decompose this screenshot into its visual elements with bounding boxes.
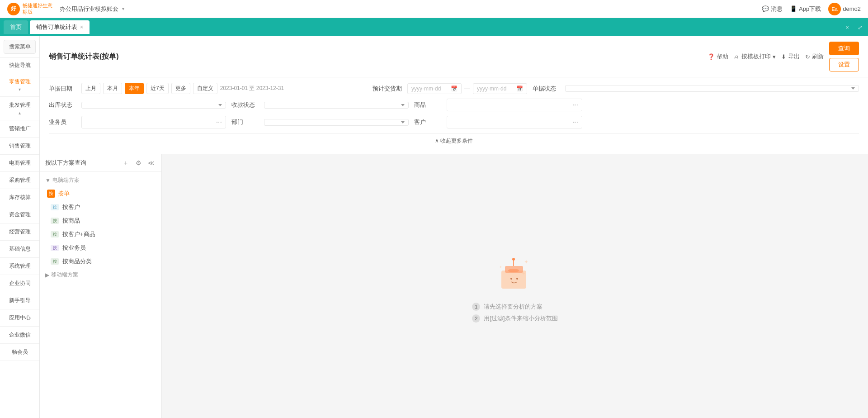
message-icon: 💬 — [762, 5, 769, 12]
scheme-item-by-customer-product[interactable]: 按 按客户+商品 — [40, 228, 161, 241]
tab-home[interactable]: 首页 — [4, 20, 28, 34]
expected-date-end[interactable]: yyyy-mm-dd 📅 — [473, 83, 527, 94]
custom-date-btn[interactable]: 自定义 — [193, 83, 217, 94]
left-panel-title: 按以下方案查询 — [45, 159, 118, 167]
customer-more-icon[interactable]: ··· — [572, 118, 578, 126]
ship-status-label: 出库状态 — [49, 101, 76, 109]
sidebar-item-enterprise[interactable]: 企业协同 — [0, 275, 39, 292]
sidebar-item-guide[interactable]: 新手引导 — [0, 292, 39, 309]
export-icon: ⬇ — [781, 53, 786, 60]
right-content: ✦ ✦ ✦ 1 请先选择要分析的方案 2 用[过滤]条件来缩小分析范围 — [162, 154, 868, 418]
status-select[interactable] — [565, 85, 859, 92]
department-select[interactable] — [264, 119, 409, 126]
sidebar-arrow-retail: ▾ — [19, 87, 21, 92]
sidebar-item-basic[interactable]: 基础信息 — [0, 241, 39, 258]
more-date-btn[interactable]: 更多 — [171, 83, 190, 94]
svg-point-3 — [510, 278, 512, 280]
product-input[interactable]: ··· — [447, 99, 582, 111]
sidebar-item-sales[interactable]: 销售管理 — [0, 138, 39, 155]
message-button[interactable]: 💬 消息 — [762, 5, 783, 13]
empty-hints: 1 请先选择要分析的方案 2 用[过滤]条件来缩小分析范围 — [472, 303, 557, 323]
empty-state: ✦ ✦ ✦ 1 请先选择要分析的方案 2 用[过滤]条件来缩小分析范围 — [162, 154, 868, 418]
collapse-bar[interactable]: ∧ 收起更多条件 — [49, 133, 859, 148]
avatar: Ea — [828, 3, 841, 15]
scheme-icon-by-category: 按 — [51, 258, 59, 265]
app-download-button[interactable]: 📱 App下载 — [790, 5, 821, 13]
salesperson-more-icon[interactable]: ··· — [216, 118, 222, 126]
sidebar-item-operations[interactable]: 经营管理 — [0, 223, 39, 241]
calendar-icon-end: 📅 — [516, 86, 523, 92]
scheme-list: ▼ 电脑端方案 按 按单 按 按客户 按 按商品 — [40, 172, 161, 283]
last7days-btn[interactable]: 近7天 — [146, 83, 169, 94]
sidebar-shortcut-nav[interactable]: 快捷导航 — [0, 58, 39, 73]
scheme-item-by-customer[interactable]: 按 按客户 — [40, 200, 161, 214]
print-button[interactable]: 🖨 按模板打印 ▾ — [734, 52, 776, 61]
mobile-group-label: ▶ 移动端方案 — [40, 268, 161, 281]
scheme-item-by-salesperson[interactable]: 按 按业务员 — [40, 241, 161, 255]
collapse-icon: ∧ — [435, 138, 439, 144]
sidebar-item-ecommerce[interactable]: 电商管理 — [0, 155, 39, 172]
empty-hint-1: 1 请先选择要分析的方案 — [472, 303, 557, 311]
product-more-icon[interactable]: ··· — [572, 101, 578, 109]
help-icon: ❓ — [708, 53, 715, 60]
split-layout: 按以下方案查询 + ⚙ ≪ ▼ 电脑端方案 按 — [40, 154, 868, 418]
sidebar-item-wholesale[interactable]: 批发管理 ▴ — [0, 97, 39, 120]
tab-minimize-button[interactable]: × — [843, 23, 852, 32]
customer-label: 客户 — [414, 118, 441, 126]
scheme-item-by-order[interactable]: 按 按单 — [40, 187, 161, 200]
product-label: 商品 — [414, 101, 441, 109]
sidebar-item-wechat[interactable]: 企业微信 — [0, 327, 39, 344]
salesperson-input[interactable]: ··· — [81, 116, 226, 128]
sidebar-item-retail[interactable]: 零售管理 ▾ — [0, 73, 39, 97]
ship-status-select[interactable] — [81, 102, 226, 109]
mobile-group-expand-icon[interactable]: ▶ — [45, 272, 49, 278]
query-button[interactable]: 查询 — [829, 42, 859, 55]
logo-area: 好 畅捷通好生意 标版 — [7, 3, 52, 15]
group-expand-icon[interactable]: ▼ — [45, 177, 51, 184]
this-month-btn[interactable]: 本月 — [103, 83, 122, 94]
settings-scheme-button[interactable]: ⚙ — [133, 158, 143, 168]
phone-icon: 📱 — [790, 5, 797, 12]
sidebar-item-inventory[interactable]: 库存核算 — [0, 189, 39, 206]
receive-status-label: 收款状态 — [231, 101, 259, 109]
export-button[interactable]: ⬇ 导出 — [781, 52, 800, 61]
query-buttons: 查询 设置 — [829, 42, 859, 71]
sidebar-item-member[interactable]: 畅会员 — [0, 344, 39, 361]
this-year-btn[interactable]: 本年 — [125, 83, 144, 94]
page-title: 销售订单统计表(按单) — [49, 52, 119, 62]
hint-num-2: 2 — [472, 314, 480, 323]
scheme-item-by-product[interactable]: 按 按商品 — [40, 214, 161, 228]
main-layout: 搜索菜单 快捷导航 零售管理 ▾ 批发管理 ▴ 营销推广 销售管理 电商管理 采… — [0, 36, 868, 418]
sidebar-search-area: 搜索菜单 — [0, 36, 39, 58]
sidebar-item-purchase[interactable]: 采购管理 — [0, 172, 39, 189]
receive-status-select[interactable] — [264, 102, 409, 109]
sidebar-item-marketing[interactable]: 营销推广 — [0, 120, 39, 138]
scheme-item-by-category[interactable]: 按 按商品分类 — [40, 255, 161, 268]
setting-button[interactable]: 设置 — [829, 58, 859, 71]
add-scheme-button[interactable]: + — [121, 158, 131, 168]
hint-num-1: 1 — [472, 303, 480, 311]
content-area: 销售订单统计表(按单) ❓ 帮助 🖨 按模板打印 ▾ ⬇ 导出 ↻ 刷新 — [40, 36, 868, 418]
svg-point-4 — [516, 278, 518, 280]
tab-close-icon[interactable]: × — [80, 24, 83, 30]
sidebar-item-apps[interactable]: 应用中心 — [0, 309, 39, 327]
sidebar-item-system[interactable]: 系统管理 — [0, 258, 39, 275]
tab-maximize-button[interactable]: ⤢ — [855, 23, 864, 32]
refresh-icon: ↻ — [805, 53, 810, 60]
expected-date-start[interactable]: yyyy-mm-dd 📅 — [407, 83, 462, 94]
sidebar-item-finance[interactable]: 资金管理 — [0, 206, 39, 223]
help-button[interactable]: ❓ 帮助 — [708, 52, 728, 61]
search-menu-button[interactable]: 搜索菜单 — [4, 40, 36, 54]
department-dropdown-icon — [401, 121, 405, 124]
user-menu[interactable]: Ea demo2 — [828, 3, 861, 15]
collapse-panel-button[interactable]: ≪ — [146, 158, 156, 168]
date-range-text: 2023-01-01 至 2023-12-31 — [220, 85, 284, 92]
customer-input[interactable]: ··· — [447, 116, 582, 128]
empty-hint-2: 2 用[过滤]条件来缩小分析范围 — [472, 314, 557, 323]
tab-bar-right: × ⤢ — [843, 23, 864, 32]
refresh-button[interactable]: ↻ 刷新 — [805, 52, 824, 61]
app-title-dropdown-icon[interactable]: ▾ — [122, 6, 124, 11]
ship-status-dropdown-icon — [218, 104, 222, 106]
tab-sales-order-stats[interactable]: 销售订单统计表 × — [30, 20, 90, 34]
last-month-btn[interactable]: 上月 — [81, 83, 100, 94]
